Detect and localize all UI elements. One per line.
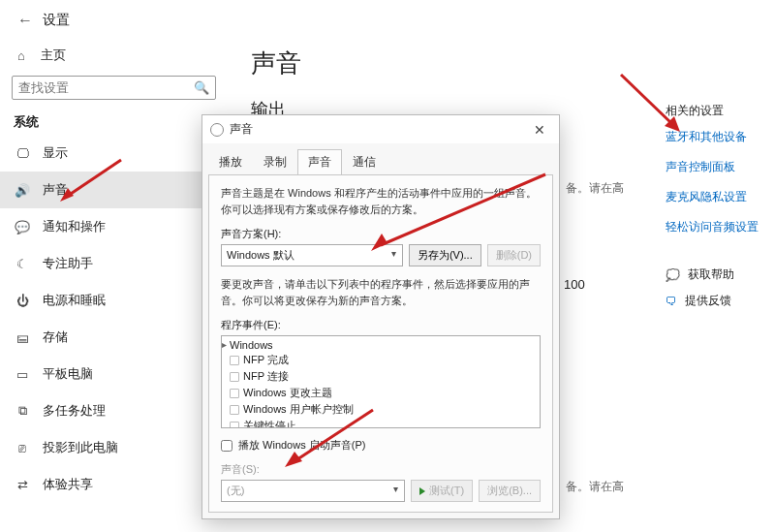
test-button: 测试(T): [411, 480, 473, 502]
volume-value: 100: [564, 277, 585, 292]
events-label: 程序事件(E):: [221, 318, 541, 332]
sidebar-item-storage[interactable]: 🖴 存储: [0, 319, 228, 356]
delete-button: 删除(D): [487, 244, 541, 266]
sidebar-item-share[interactable]: ⇄ 体验共享: [0, 466, 228, 503]
sidebar-item-power[interactable]: ⏻ 电源和睡眠: [0, 282, 228, 319]
get-help[interactable]: 💭 获取帮助: [666, 266, 775, 283]
nav-label: 多任务处理: [43, 402, 106, 420]
sound-label: 声音(S):: [221, 462, 541, 477]
sidebar: ⌂ 主页 🔍 系统 🖵 显示 🔊 声音 💬 通知和操作 ☾ 专注助手 ⏻ 电源和…: [0, 37, 228, 532]
startup-sound-checkbox[interactable]: [221, 440, 232, 452]
list-item[interactable]: 关键性停止: [222, 418, 540, 428]
sidebar-home[interactable]: ⌂ 主页: [0, 41, 228, 70]
list-item[interactable]: NFP 完成: [222, 352, 540, 368]
search-box[interactable]: 🔍: [12, 76, 216, 100]
startup-sound-label: 播放 Windows 启动声音(P): [238, 438, 365, 453]
scheme-description: 声音主题是在 Windows 和程序产生的活动事件中应用的一组声音。你可以选择现…: [221, 185, 541, 217]
scheme-label: 声音方案(H):: [221, 227, 541, 241]
feedback-icon: 🗨: [666, 295, 677, 308]
link-bluetooth[interactable]: 蓝牙和其他设备: [666, 129, 775, 145]
bg-text: 备。请在高: [566, 479, 624, 495]
sidebar-item-sound[interactable]: 🔊 声音: [0, 172, 228, 208]
tab-playback[interactable]: 播放: [208, 149, 253, 174]
bg-text: 备。请在高: [566, 180, 624, 197]
nav-label: 通知和操作: [43, 218, 106, 235]
notification-icon: 💬: [14, 220, 31, 235]
share-icon: ⇄: [14, 478, 31, 492]
sidebar-item-focus[interactable]: ☾ 专注助手: [0, 245, 228, 282]
sidebar-item-tablet[interactable]: ▭ 平板电脑: [0, 356, 228, 392]
sidebar-item-notifications[interactable]: 💬 通知和操作: [0, 208, 228, 245]
related-header: 相关的设置: [666, 103, 775, 119]
display-icon: 🖵: [14, 146, 31, 161]
dialog-title: 声音: [230, 121, 528, 138]
home-label: 主页: [41, 47, 66, 64]
link-ease-audio[interactable]: 轻松访问音频设置: [666, 219, 775, 235]
list-item[interactable]: Windows: [222, 338, 540, 352]
events-description: 要更改声音，请单击以下列表中的程序事件，然后选择要应用的声音。你可以将更改保存为…: [221, 276, 541, 308]
list-item[interactable]: NFP 连接: [222, 368, 540, 385]
related-settings: 相关的设置 蓝牙和其他设备 声音控制面板 麦克风隐私设置 轻松访问音频设置 💭 …: [666, 103, 775, 319]
give-feedback[interactable]: 🗨 提供反馈: [666, 293, 775, 309]
close-button[interactable]: ✕: [528, 122, 551, 138]
search-icon: 🔍: [194, 80, 209, 95]
home-icon: ⌂: [14, 48, 29, 63]
project-icon: ⎚: [14, 441, 31, 455]
sidebar-item-display[interactable]: 🖵 显示: [0, 135, 228, 172]
category-label: 系统: [0, 113, 228, 135]
link-mic-privacy[interactable]: 麦克风隐私设置: [666, 189, 775, 205]
list-item[interactable]: Windows 更改主题: [222, 385, 540, 401]
events-list[interactable]: Windows NFP 完成 NFP 连接 Windows 更改主题 Windo…: [221, 335, 541, 428]
nav-label: 声音: [43, 181, 68, 199]
window-title: 设置: [43, 12, 70, 29]
tab-recording[interactable]: 录制: [253, 149, 297, 174]
sound-combo[interactable]: (无): [221, 480, 405, 502]
tablet-icon: ▭: [14, 367, 31, 382]
search-input[interactable]: [18, 80, 194, 95]
tab-comm[interactable]: 通信: [342, 149, 387, 174]
sidebar-item-project[interactable]: ⎚ 投影到此电脑: [0, 429, 228, 466]
nav-label: 存储: [43, 329, 68, 346]
nav-label: 专注助手: [43, 255, 93, 272]
link-sound-panel[interactable]: 声音控制面板: [666, 159, 775, 175]
sidebar-item-multitask[interactable]: ⧉ 多任务处理: [0, 392, 228, 429]
back-button[interactable]: ←: [12, 10, 39, 31]
play-icon: [419, 487, 425, 495]
startup-sound-row[interactable]: 播放 Windows 启动声音(P): [221, 438, 541, 453]
power-icon: ⏻: [14, 294, 31, 308]
storage-icon: 🖴: [14, 330, 31, 345]
sound-icon: 🔊: [14, 183, 31, 198]
page-title: 声音: [251, 47, 752, 80]
save-as-button[interactable]: 另存为(V)...: [409, 244, 481, 266]
sound-dialog: 声音 ✕ 播放 录制 声音 通信 声音主题是在 Windows 和程序产生的活动…: [202, 114, 560, 519]
list-item[interactable]: Windows 用户帐户控制: [222, 401, 540, 418]
nav-label: 平板电脑: [43, 365, 93, 383]
scheme-combo[interactable]: Windows 默认: [221, 244, 403, 266]
nav-label: 显示: [43, 144, 68, 162]
help-icon: 💭: [666, 268, 680, 282]
browse-button: 浏览(B)...: [479, 480, 541, 502]
nav-label: 电源和睡眠: [43, 292, 106, 309]
nav-label: 投影到此电脑: [43, 439, 118, 456]
nav-label: 体验共享: [43, 476, 93, 493]
tab-sounds[interactable]: 声音: [297, 149, 342, 174]
focus-icon: ☾: [14, 257, 31, 271]
multitask-icon: ⧉: [14, 403, 31, 419]
dialog-icon: [210, 123, 224, 137]
